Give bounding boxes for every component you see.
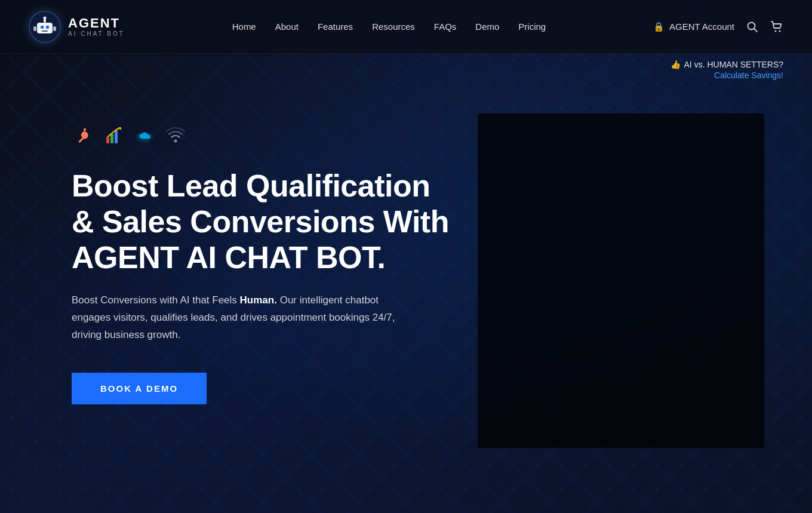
hero-title: Boost Lead Qualification & Sales Convers…: [72, 168, 454, 275]
svg-line-10: [754, 29, 757, 32]
nav-about[interactable]: About: [275, 21, 299, 32]
nav-demo[interactable]: Demo: [475, 21, 499, 32]
promo-text: 👍 AI vs. HUMAN SETTERS?: [670, 60, 783, 69]
logo[interactable]: AGENT AI CHAT BOT: [29, 11, 125, 43]
svg-point-13: [83, 133, 87, 137]
promo-link[interactable]: Calculate Savings!: [670, 70, 783, 80]
svg-rect-15: [110, 134, 113, 143]
svg-point-11: [775, 30, 777, 32]
cart-button[interactable]: [770, 20, 783, 33]
integrations-row: [72, 125, 454, 147]
nav-pricing[interactable]: Pricing: [518, 21, 546, 32]
logo-text: AGENT AI CHAT BOT: [68, 16, 125, 37]
hero-description: Boost Conversions with AI that Feels Hum…: [72, 292, 406, 344]
nav-menu: Home About Features Resources FAQs Demo …: [232, 21, 546, 32]
hero-video-panel[interactable]: [478, 113, 764, 448]
signal-icon: [165, 125, 186, 147]
book-demo-button[interactable]: BOOK A DEMO: [72, 373, 207, 404]
svg-point-19: [174, 140, 177, 143]
navbar: AGENT AI CHAT BOT Home About Features Re…: [0, 0, 812, 54]
nav-right: 🔒 AGENT Account: [653, 20, 783, 33]
svg-rect-16: [115, 130, 118, 143]
svg-point-12: [779, 30, 781, 32]
svg-point-6: [44, 16, 47, 19]
svg-rect-14: [106, 137, 109, 143]
search-icon: [746, 21, 758, 33]
hubspot-icon: [72, 125, 93, 147]
svg-rect-7: [33, 26, 36, 31]
svg-rect-1: [37, 23, 53, 33]
nav-account-link[interactable]: 🔒 AGENT Account: [653, 21, 734, 32]
thumbs-up-icon: 👍: [670, 60, 681, 69]
chart-icon: [103, 125, 124, 147]
lock-icon: 🔒: [653, 21, 665, 32]
cart-icon: [770, 20, 783, 33]
svg-rect-4: [42, 30, 48, 32]
salesforce-icon: [134, 125, 155, 147]
nav-faqs[interactable]: FAQs: [434, 21, 457, 32]
hero-content: Boost Lead Qualification & Sales Convers…: [72, 102, 454, 404]
svg-rect-3: [46, 26, 49, 29]
nav-home[interactable]: Home: [232, 21, 256, 32]
promo-banner: 👍 AI vs. HUMAN SETTERS? Calculate Saving…: [670, 60, 783, 80]
nav-resources[interactable]: Resources: [372, 21, 415, 32]
svg-rect-2: [41, 26, 44, 29]
logo-icon: [29, 11, 61, 43]
hero-section: Boost Lead Qualification & Sales Convers…: [0, 54, 812, 513]
nav-features[interactable]: Features: [318, 21, 353, 32]
search-button[interactable]: [746, 21, 758, 33]
svg-rect-8: [53, 26, 56, 31]
